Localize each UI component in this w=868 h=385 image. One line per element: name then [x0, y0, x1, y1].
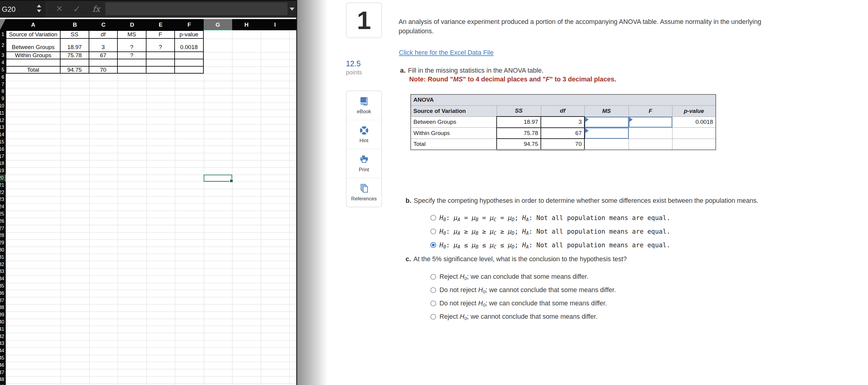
column-header-I[interactable]: I	[261, 19, 290, 30]
row-header-8[interactable]: 8	[0, 88, 6, 95]
formula-bar-expand-icon[interactable]	[290, 7, 294, 10]
row-header-25[interactable]: 25	[0, 211, 6, 218]
row-header-6[interactable]: 6	[0, 73, 6, 81]
row-header-20[interactable]: 20	[0, 175, 6, 182]
row-header-10[interactable]: 10	[0, 102, 6, 110]
radio-selected[interactable]	[430, 242, 436, 248]
row-header-7[interactable]: 7	[0, 81, 6, 88]
row-header-41[interactable]: 41	[0, 326, 6, 333]
hypothesis-option-2[interactable]: H0: μA ≥ μB ≥ μC ≥ μD; HA: Not all popul…	[430, 227, 670, 236]
cell-A5[interactable]: Total	[6, 67, 61, 74]
cell-D5[interactable]	[118, 67, 147, 74]
row-header-28[interactable]: 28	[0, 232, 6, 239]
radio-unselected[interactable]	[430, 274, 436, 280]
row-header-29[interactable]: 29	[0, 239, 6, 247]
answer-input-box[interactable]	[585, 128, 629, 139]
row-header-38[interactable]: 38	[0, 304, 6, 312]
column-header-F[interactable]: F	[175, 19, 204, 30]
row-header-44[interactable]: 44	[0, 348, 6, 355]
row-header-3[interactable]: 3	[0, 52, 6, 59]
row-header-13[interactable]: 13	[0, 124, 6, 131]
row-header-14[interactable]: 14	[0, 131, 6, 139]
radio-unselected[interactable]	[430, 314, 436, 320]
cell-F4[interactable]	[175, 59, 204, 67]
conclusion-option-1[interactable]: Reject H0; we can conclude that some mea…	[430, 272, 616, 281]
row-header-22[interactable]: 22	[0, 189, 6, 196]
tool-ebook-button[interactable]: eBook	[346, 91, 381, 120]
row-header-37[interactable]: 37	[0, 297, 6, 304]
insert-function-icon[interactable]: fx	[90, 0, 103, 18]
conclusion-option-4[interactable]: Reject H0; we cannot conclude that some …	[430, 313, 616, 321]
row-header-47[interactable]: 47	[0, 369, 6, 376]
row-header-36[interactable]: 36	[0, 290, 6, 297]
row-header-11[interactable]: 11	[0, 110, 6, 117]
radio-unselected[interactable]	[430, 287, 436, 293]
row-header-24[interactable]: 24	[0, 203, 6, 211]
cell-E2[interactable]: ?	[147, 39, 175, 52]
row-header-2[interactable]: 2	[0, 39, 6, 52]
column-header-H[interactable]: H	[232, 19, 261, 30]
column-header-A[interactable]: A	[6, 19, 61, 30]
row-header-26[interactable]: 26	[0, 218, 6, 225]
cell-E5[interactable]	[147, 67, 175, 74]
row-header-49[interactable]: 49	[0, 384, 6, 385]
radio-unselected[interactable]	[430, 301, 436, 306]
cell-F2[interactable]: 0.0018	[175, 39, 204, 52]
selected-cell-G20[interactable]	[204, 175, 232, 182]
cell-C3[interactable]: 67	[89, 52, 118, 59]
cell-C2[interactable]: 3	[89, 39, 118, 52]
row-header-46[interactable]: 46	[0, 362, 6, 369]
row-header-45[interactable]: 45	[0, 355, 6, 362]
answer-input-box[interactable]	[629, 117, 672, 128]
row-header-16[interactable]: 16	[0, 146, 6, 153]
answer-input-box[interactable]	[585, 117, 629, 128]
row-header-39[interactable]: 39	[0, 312, 6, 319]
row-header-30[interactable]: 30	[0, 247, 6, 254]
confirm-entry-icon[interactable]: ✓	[71, 0, 82, 18]
column-header-D[interactable]: D	[118, 19, 147, 30]
cell-D1[interactable]: MS	[118, 30, 147, 39]
hypothesis-option-1[interactable]: H0: μA = μB = μC = μD; HA: Not all popul…	[430, 213, 670, 223]
column-header-C[interactable]: C	[89, 19, 118, 30]
cell-F5[interactable]	[175, 67, 204, 74]
cell-B1[interactable]: SS	[61, 30, 89, 39]
ms-between-groups-input[interactable]	[584, 117, 629, 128]
cell-C4[interactable]	[89, 59, 118, 67]
column-header-E[interactable]: E	[147, 19, 175, 30]
row-header-9[interactable]: 9	[0, 95, 6, 102]
cell-D4[interactable]	[118, 59, 147, 67]
row-header-5[interactable]: 5	[0, 67, 6, 74]
cell-A2[interactable]: Between Groups	[6, 39, 61, 52]
cell-E3[interactable]	[147, 52, 175, 59]
row-header-42[interactable]: 42	[0, 333, 6, 340]
row-header-23[interactable]: 23	[0, 196, 6, 203]
row-header-1[interactable]: 1	[0, 30, 6, 39]
cell-E1[interactable]: F	[147, 30, 175, 39]
cell-D3[interactable]: ?	[118, 52, 147, 59]
radio-unselected[interactable]	[430, 215, 436, 220]
cell-B3[interactable]: 75.78	[61, 52, 89, 59]
row-header-32[interactable]: 32	[0, 261, 6, 268]
conclusion-option-2[interactable]: Do not reject H0; we cannot conclude tha…	[430, 286, 616, 294]
cell-C5[interactable]: 70	[89, 67, 118, 74]
radio-unselected[interactable]	[430, 229, 436, 234]
spinner-down-icon[interactable]	[37, 10, 41, 12]
row-header-48[interactable]: 48	[0, 376, 6, 384]
row-header-12[interactable]: 12	[0, 117, 6, 124]
cell-B2[interactable]: 18.97	[61, 39, 89, 52]
row-header-15[interactable]: 15	[0, 139, 6, 146]
row-header-27[interactable]: 27	[0, 225, 6, 232]
cell-A1[interactable]: Source of Variation	[6, 30, 61, 39]
cancel-entry-icon[interactable]: ✕	[54, 0, 65, 18]
row-header-17[interactable]: 17	[0, 153, 6, 160]
row-header-18[interactable]: 18	[0, 160, 6, 167]
formula-input[interactable]	[105, 2, 287, 15]
row-header-19[interactable]: 19	[0, 167, 6, 175]
tool-hint-button[interactable]: Hint	[346, 120, 381, 149]
cell-F3[interactable]	[175, 52, 204, 59]
cell-B5[interactable]: 94.75	[61, 67, 89, 74]
cell-A4[interactable]	[6, 59, 61, 67]
f-between-groups-input[interactable]	[629, 117, 672, 128]
column-header-G[interactable]: G	[204, 19, 232, 30]
row-header-34[interactable]: 34	[0, 275, 6, 283]
